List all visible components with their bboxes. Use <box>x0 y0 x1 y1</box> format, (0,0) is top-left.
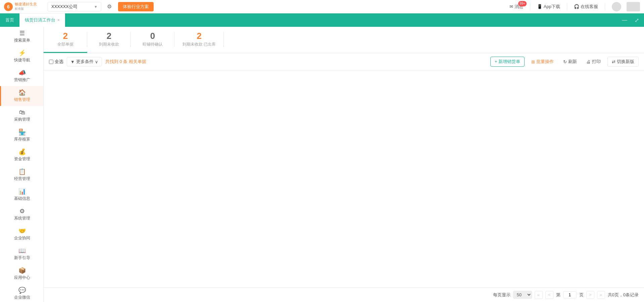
sidebar-item-operation[interactable]: 📋 经营管理 <box>0 165 43 185</box>
page-di-label: 第 <box>556 292 560 298</box>
online-service-button[interactable]: 🎧 在线客服 <box>574 4 598 10</box>
experience-button[interactable]: 体验行业方案 <box>118 2 154 11</box>
top-bar: 6 畅捷通好生意 标准版 XXXXXX公司 ▼ ⚙ 体验行业方案 ✉ 消息 99… <box>0 0 644 13</box>
card-all-label: 全部单据 <box>57 42 73 47</box>
message-badge: 99+ <box>518 1 527 6</box>
sidebar-label-finance: 资金管理 <box>14 156 30 162</box>
select-all-checkbox[interactable]: 全选 <box>49 59 63 65</box>
table-area <box>44 70 644 287</box>
sidebar-item-sales[interactable]: 🏠 销售管理 <box>0 86 43 106</box>
tab-bar-right: — ⤢ <box>620 15 644 25</box>
top-right-area: ✉ 消息 99+ 📱 App下载 🎧 在线客服 <box>509 2 640 11</box>
sidebar-item-guide[interactable]: 📖 新手引导 <box>0 244 43 264</box>
tab-work[interactable]: 钱货日清工作台 × <box>19 13 65 27</box>
card-pending-label: 旺铺待确认 <box>143 42 163 47</box>
print-label: 打印 <box>592 59 601 65</box>
page-size-select[interactable]: 10 20 50 100 <box>513 291 532 299</box>
prev-page-button[interactable]: < <box>545 291 553 299</box>
select-all-input[interactable] <box>49 60 53 64</box>
filter-button[interactable]: ▼ 更多条件 ∨ <box>67 57 102 66</box>
guide-icon: 📖 <box>18 248 26 254</box>
sidebar-item-quick-nav[interactable]: ⚡ 快捷导航 <box>0 47 43 66</box>
page-suffix: 页 <box>579 292 584 298</box>
switch-version-button[interactable]: ⇄ 切换新版 <box>607 57 639 67</box>
sidebar-label-search: 搜索菜单 <box>14 38 30 43</box>
sidebar-label-inventory: 库存核算 <box>14 136 30 142</box>
refresh-button[interactable]: ↻ 刷新 <box>560 57 580 66</box>
marketing-icon: 📣 <box>18 70 26 76</box>
filter-label: 更多条件 <box>76 59 94 65</box>
sidebar-item-search-menu[interactable]: ☰ 搜索菜单 <box>0 27 43 47</box>
summary-cards: 2 全部单据 2 到期未收款 0 旺铺待确认 2 到期未收款 已出库 <box>44 27 644 53</box>
found-count-label: 共找到 0 条 相关单据 <box>105 59 146 65</box>
user-name-area[interactable] <box>627 2 640 11</box>
sidebar-item-inventory[interactable]: 🏪 库存核算 <box>0 126 43 145</box>
divider-3 <box>605 3 605 10</box>
last-page-button[interactable]: » <box>597 291 605 299</box>
sidebar-item-wechat[interactable]: 💬 企业微信 <box>0 284 43 302</box>
sidebar-item-app-center[interactable]: 📦 应用中心 <box>0 264 43 284</box>
sidebar-item-purchase[interactable]: 🛍 采购管理 <box>0 106 43 126</box>
sidebar-item-base-info[interactable]: 📊 基础信息 <box>0 185 43 205</box>
next-page-button[interactable]: > <box>586 291 594 299</box>
app-download-button[interactable]: 📱 App下载 <box>537 4 560 10</box>
card-shipped-number: 2 <box>197 32 201 40</box>
sidebar-item-system[interactable]: ⚙ 系统管理 <box>0 205 43 225</box>
company-name: XXXXXX公司 <box>51 4 77 10</box>
batch-label: 批量操作 <box>536 59 554 65</box>
logo-icon: 6 <box>4 2 13 11</box>
card-overdue-not-shipped[interactable]: 2 到期未收款 已出库 <box>174 27 224 53</box>
sidebar-label-app: 应用中心 <box>14 275 30 281</box>
page-size-label: 每页显示 <box>493 292 511 298</box>
card-overdue-label: 到期未收款 <box>99 42 119 47</box>
company-selector[interactable]: XXXXXX公司 ▼ <box>48 2 101 11</box>
sidebar-label-quick: 快捷导航 <box>14 57 30 63</box>
sidebar-label-purchase: 采购管理 <box>14 117 30 122</box>
tab-minimize-button[interactable]: — <box>620 15 629 25</box>
select-all-label: 全选 <box>55 59 63 65</box>
new-sale-button[interactable]: + 新增销货单 <box>490 57 525 67</box>
user-avatar[interactable] <box>612 2 621 11</box>
filter-chevron: ∨ <box>95 59 98 64</box>
purchase-icon: 🛍 <box>19 109 25 115</box>
card-all[interactable]: 2 全部单据 <box>44 27 87 53</box>
app-download-label: App下载 <box>544 4 560 10</box>
tab-maximize-button[interactable]: ⤢ <box>632 15 641 25</box>
main-content: 2 全部单据 2 到期未收款 0 旺铺待确认 2 到期未收款 已出库 <box>44 27 644 302</box>
service-icon: 🎧 <box>574 4 579 9</box>
card-pending-number: 0 <box>150 32 155 40</box>
sidebar-label-base: 基础信息 <box>14 196 30 201</box>
base-info-icon: 📊 <box>18 188 26 194</box>
sidebar-label-marketing: 营销推广 <box>14 77 30 83</box>
total-label: 共0页，0条记录 <box>608 292 639 298</box>
current-page-input[interactable] <box>563 291 577 298</box>
app-center-icon: 📦 <box>18 267 26 274</box>
operation-icon: 📋 <box>18 169 26 175</box>
filter-icon: ▼ <box>70 59 75 64</box>
toolbar-right: + 新增销货单 ⊞ 批量操作 ↻ 刷新 🖨 打印 ⇄ 切换新版 <box>490 57 639 67</box>
batch-button[interactable]: ⊞ 批量操作 <box>529 57 556 66</box>
settings-button[interactable]: ⚙ <box>104 1 115 12</box>
new-sale-label: + 新增销货单 <box>495 59 520 65</box>
tab-close-button[interactable]: × <box>57 18 60 22</box>
print-button[interactable]: 🖨 打印 <box>584 57 603 66</box>
card-overdue-unpaid[interactable]: 2 到期未收款 <box>87 27 131 53</box>
tab-bar: 首页 钱货日清工作台 × — ⤢ <box>0 13 644 27</box>
card-overdue-number: 2 <box>107 32 111 40</box>
finance-icon: 💰 <box>18 149 26 155</box>
service-label: 在线客服 <box>581 4 598 10</box>
logo-area: 6 畅捷通好生意 标准版 <box>4 2 48 11</box>
divider-1 <box>530 3 530 10</box>
card-pending-confirm[interactable]: 0 旺铺待确认 <box>131 27 174 53</box>
refresh-icon: ↻ <box>563 59 567 64</box>
tab-home[interactable]: 首页 <box>0 13 19 27</box>
message-button[interactable]: ✉ 消息 99+ <box>509 4 523 10</box>
wechat-icon: 💬 <box>18 287 26 293</box>
sidebar-item-cooperation[interactable]: 🤝 企业协同 <box>0 225 43 244</box>
cooperation-icon: 🤝 <box>18 228 26 234</box>
first-page-button[interactable]: « <box>535 291 543 299</box>
print-icon: 🖨 <box>586 59 591 64</box>
sidebar-item-marketing[interactable]: 📣 营销推广 <box>0 66 43 86</box>
found-count-number: 0 <box>120 59 122 64</box>
sidebar-item-finance[interactable]: 💰 资金管理 <box>0 145 43 165</box>
